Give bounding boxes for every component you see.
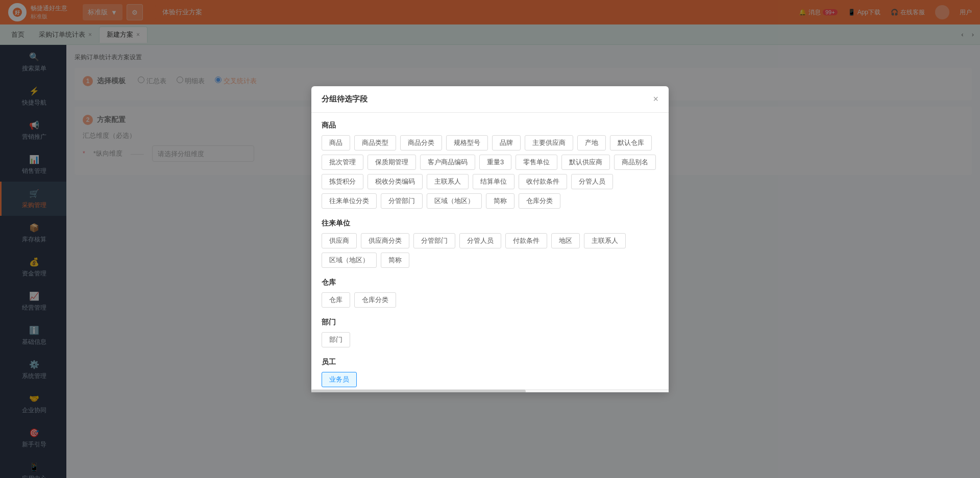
field-tag-batch-mgmt[interactable]: 批次管理: [322, 155, 363, 170]
warehouse-field-tags: 仓库 仓库分类: [322, 292, 658, 308]
field-tag-weight[interactable]: 重量3: [479, 155, 511, 170]
field-tag-supplier-category[interactable]: 供应商分类: [361, 233, 409, 248]
field-select-modal: 分组待选字段 × 商品 商品 商品类型 商品分类 规格型号 品牌 主要供应商 产…: [311, 86, 669, 392]
staff-field-tags: 业务员: [322, 372, 658, 387]
group-title-staff: 员工: [322, 358, 658, 367]
modal-scrollbar-thumb: [311, 390, 526, 392]
field-tag-customer-code[interactable]: 客户商品编码: [420, 155, 475, 170]
field-tag-payment-condition[interactable]: 付款条件: [505, 233, 547, 248]
dept-field-tags: 部门: [322, 332, 658, 347]
field-tag-warehouse-category[interactable]: 仓库分类: [519, 193, 560, 209]
field-tag-pick-score[interactable]: 拣货积分: [322, 174, 363, 189]
field-tag-warehouse-cat[interactable]: 仓库分类: [354, 292, 396, 308]
field-tag-product[interactable]: 商品: [322, 135, 350, 150]
partner-field-tags: 供应商 供应商分类 分管部门 分管人员 付款条件 地区 主联系人 区域（地区） …: [322, 233, 658, 268]
field-tag-manager-partner[interactable]: 分管人员: [459, 233, 501, 248]
field-tag-product-category[interactable]: 商品分类: [400, 135, 442, 150]
field-tag-contact-partner[interactable]: 主联系人: [584, 233, 626, 248]
field-group-dept: 部门 部门: [322, 318, 658, 347]
group-title-partner: 往来单位: [322, 219, 658, 228]
field-group-staff: 员工 业务员: [322, 358, 658, 387]
field-tag-payment-terms[interactable]: 收付款条件: [519, 174, 567, 189]
product-field-tags: 商品 商品类型 商品分类 规格型号 品牌 主要供应商 产地 默认仓库 批次管理 …: [322, 135, 658, 209]
field-tag-settlement-unit[interactable]: 结算单位: [473, 174, 514, 189]
field-tag-manager[interactable]: 分管人员: [571, 174, 613, 189]
field-tag-default-warehouse[interactable]: 默认仓库: [610, 135, 652, 150]
field-group-warehouse: 仓库 仓库 仓库分类: [322, 278, 658, 308]
modal-title: 分组待选字段: [322, 94, 368, 104]
modal-header: 分组待选字段 ×: [311, 86, 669, 113]
field-tag-abbr-partner[interactable]: 简称: [381, 253, 409, 268]
field-tag-tax-code[interactable]: 税收分类编码: [368, 174, 423, 189]
field-tag-spec-model[interactable]: 规格型号: [446, 135, 488, 150]
field-tag-region-partner[interactable]: 区域（地区）: [322, 253, 377, 268]
field-tag-origin[interactable]: 产地: [577, 135, 606, 150]
group-title-warehouse: 仓库: [322, 278, 658, 287]
field-tag-brand[interactable]: 品牌: [492, 135, 521, 150]
field-tag-area[interactable]: 地区: [551, 233, 580, 248]
field-tag-manage-dept[interactable]: 分管部门: [381, 193, 423, 209]
field-tag-dept[interactable]: 部门: [322, 332, 350, 347]
field-tag-salesperson[interactable]: 业务员: [322, 372, 357, 387]
modal-close-button[interactable]: ×: [653, 94, 658, 104]
field-tag-main-supplier[interactable]: 主要供应商: [525, 135, 573, 150]
field-tag-shelf-life[interactable]: 保质期管理: [368, 155, 416, 170]
group-title-dept: 部门: [322, 318, 658, 327]
field-tag-supplier[interactable]: 供应商: [322, 233, 357, 248]
field-tag-product-alias[interactable]: 商品别名: [614, 155, 656, 170]
field-tag-abbr[interactable]: 简称: [486, 193, 514, 209]
modal-body: 商品 商品 商品类型 商品分类 规格型号 品牌 主要供应商 产地 默认仓库 批次…: [311, 113, 669, 390]
field-tag-main-contact[interactable]: 主联系人: [427, 174, 469, 189]
field-tag-product-type[interactable]: 商品类型: [354, 135, 396, 150]
field-tag-region[interactable]: 区域（地区）: [427, 193, 482, 209]
field-group-partner: 往来单位 供应商 供应商分类 分管部门 分管人员 付款条件 地区 主联系人 区域…: [322, 219, 658, 268]
field-tag-dept-partner[interactable]: 分管部门: [413, 233, 455, 248]
field-tag-warehouse[interactable]: 仓库: [322, 292, 350, 308]
field-tag-retail-unit[interactable]: 零售单位: [516, 155, 557, 170]
field-group-product: 商品 商品 商品类型 商品分类 规格型号 品牌 主要供应商 产地 默认仓库 批次…: [322, 121, 658, 209]
group-title-product: 商品: [322, 121, 658, 130]
modal-horizontal-scrollbar[interactable]: [311, 389, 669, 392]
field-tag-partner-category[interactable]: 往来单位分类: [322, 193, 377, 209]
field-tag-default-supplier[interactable]: 默认供应商: [561, 155, 610, 170]
modal-overlay: 分组待选字段 × 商品 商品 商品类型 商品分类 规格型号 品牌 主要供应商 产…: [0, 0, 980, 478]
